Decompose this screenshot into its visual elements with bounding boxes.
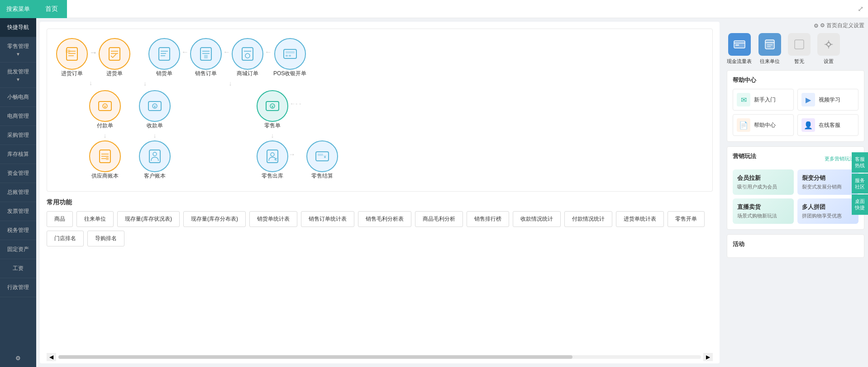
scroll-left-btn[interactable]: ◀ [47, 353, 56, 361]
func-btn-shangpin[interactable]: 商品 [47, 211, 73, 227]
sidebar-item-fapiao[interactable]: 发票管理 [0, 202, 36, 221]
marketing-item-huiyuan[interactable]: 会员拉新 吸引用户成为会员 [733, 169, 794, 195]
dashed-from-pos: ←- - [290, 90, 301, 107]
svg-rect-22 [289, 55, 291, 57]
sidebar-item-kucun[interactable]: 库存核算 [0, 145, 36, 164]
float-btn-kefu[interactable]: 客服热线 [852, 152, 868, 173]
kefu-icon: 👤 [801, 118, 815, 132]
search-menu-button[interactable]: 搜索菜单 [0, 0, 36, 18]
sidebar-settings-icon[interactable]: ⚙ [0, 349, 36, 367]
dashed-arrow-1: ← [181, 38, 189, 56]
func-btn-wanglaidan[interactable]: 往来单位 [76, 211, 114, 227]
func-btn-jinhuo-tongji[interactable]: 进货单统计表 [616, 211, 664, 227]
func-grid: 商品 往来单位 现存量(库存状况表) 现存量(库存分布表) 销货单统计表 销售订… [47, 211, 713, 246]
sidebar-item-pifa[interactable]: 批发管理 ▼ [0, 63, 36, 88]
expand-icon[interactable]: ⤢ [858, 5, 863, 13]
func-btn-mendian-paiming[interactable]: 门店排名 [47, 231, 84, 246]
node-shoukuan: ¥ 收款单 [139, 90, 171, 130]
help-icon: 📄 [737, 118, 750, 132]
sidebar-item-label: 快捷导航 [7, 24, 29, 31]
top-right: ⤢ [858, 5, 868, 13]
nav-icon-zanwu[interactable]: 暂无 [788, 33, 811, 65]
node-fukuan: ¥ 付款单 [89, 90, 121, 130]
svg-point-40 [271, 153, 274, 156]
sidebar-item-gongzi[interactable]: 工资 [0, 259, 36, 278]
scroll-right-btn[interactable]: ▶ [703, 353, 713, 361]
sidebar-item-label: 采购管理 [7, 131, 29, 139]
svg-rect-43 [318, 154, 323, 156]
top-bar: 搜索菜单 首页 ⤢ [0, 0, 868, 18]
marketing-header: 营销玩法 更多营销玩法 > [733, 152, 858, 165]
down-arrow-shoukuan: ↓ [139, 132, 171, 139]
sidebar-item-shuiwu[interactable]: 税务管理 [0, 221, 36, 240]
home-tab[interactable]: 首页 [36, 0, 67, 18]
func-btn-fukuan-tongji[interactable]: 付款情况统计 [564, 211, 612, 227]
sidebar-item-label: 库存核算 [7, 150, 29, 158]
func-btn-kucun2[interactable]: 现存量(库存分布表) [183, 211, 246, 227]
scroll-track[interactable] [58, 355, 701, 359]
xianjinliu-icon [728, 33, 751, 56]
node-jinhuo-dan: 进货单 [99, 38, 130, 77]
nav-icon-xianjinliu[interactable]: 现金流量表 [727, 33, 752, 65]
sidebar-item-zijin[interactable]: 资金管理 [0, 164, 36, 183]
help-item-xinshouru[interactable]: ✉ 新手入门 [733, 89, 794, 111]
dashed-arrow-2: ← [223, 38, 230, 56]
func-btn-kucun1[interactable]: 现存量(库存状况表) [117, 211, 180, 227]
sidebar-item-label: 工资 [13, 265, 24, 272]
node-xiaoshou-dingdan: 销售订单 [190, 38, 222, 77]
down-arrow-fukuan: ↓ [89, 132, 121, 139]
func-btn-xiaoshou-tongji[interactable]: 销售订单统计表 [301, 211, 354, 227]
node-lingshou-chuku: 零售出库 [257, 140, 288, 180]
func-btn-lingshou-kaidan[interactable]: 零售开单 [668, 211, 705, 227]
svg-rect-45 [734, 41, 745, 48]
sidebar-item-label: 资金管理 [7, 169, 29, 177]
nav-icon-settings[interactable]: 设置 [817, 33, 840, 65]
help-item-kefu[interactable]: 👤 在线客服 [797, 114, 858, 136]
zanwu-icon [788, 33, 811, 56]
svg-text:¥: ¥ [153, 104, 156, 109]
marketing-item-liebian[interactable]: 裂变分销 裂变式发展分销商 [797, 169, 858, 195]
svg-rect-48 [765, 40, 774, 49]
quick-nav-icons: 现金流量表 往来单位 暂无 [727, 33, 864, 65]
customize-button[interactable]: ⚙ ⚙ 首页自定义设置 [814, 22, 864, 29]
settings-icon-box [817, 33, 840, 56]
func-btn-xiaoshou-paihang[interactable]: 销售排行榜 [467, 211, 509, 227]
sidebar-item-dianshang[interactable]: 电商管理 [0, 107, 36, 126]
node-shangcheng-dingdan: 商城订单 [232, 38, 263, 77]
node-xiao-huo-dan: 销货单 [148, 38, 180, 77]
sidebar-item-lingshou[interactable]: 零售管理 ▼ [0, 37, 36, 63]
help-item-shipin[interactable]: ▶ 视频学习 [797, 89, 858, 111]
sidebar-item-gudingzichan[interactable]: 固定资产 [0, 240, 36, 259]
func-btn-shangpin-maoli[interactable]: 商品毛利分析 [415, 211, 463, 227]
sidebar-item-kuaijie[interactable]: 快捷导航 [0, 18, 36, 37]
float-buttons: 客服热线 服务社区 桌面快捷 [852, 152, 868, 215]
float-btn-zhuomian[interactable]: 桌面快捷 [852, 194, 868, 215]
node-jinhuo-dingdan: 进货订单 [56, 38, 88, 77]
sidebar-item-label: 总账管理 [7, 188, 29, 196]
func-btn-xiaoshou-maoli[interactable]: 销售毛利分析表 [358, 211, 411, 227]
func-btn-xiaohuo-tongji[interactable]: 销货单统计表 [249, 211, 297, 227]
common-functions-title: 常用功能 [47, 198, 713, 207]
flow-diagram: 进货订单 → 进货单 [47, 29, 713, 192]
sidebar-item-caigou[interactable]: 采购管理 [0, 126, 36, 145]
sidebar-item-zhangzong[interactable]: 总账管理 [0, 183, 36, 202]
func-btn-daogou-paiming[interactable]: 导购排名 [87, 231, 124, 246]
svg-rect-20 [286, 51, 295, 53]
marketing-item-pintuan[interactable]: 多人拼团 拼团购物享受优惠 [797, 198, 858, 224]
help-item-bangzhu[interactable]: 📄 帮助中心 [733, 114, 794, 136]
activity-card: 活动 [727, 234, 864, 258]
sidebar-item-xiaochang[interactable]: 小畅电商 [0, 88, 36, 107]
float-btn-shequ[interactable]: 服务社区 [852, 174, 868, 194]
svg-point-38 [153, 152, 157, 156]
node-lingshougdan: ¥ 零售单 [257, 90, 288, 130]
content-area: 进货订单 → 进货单 [36, 18, 868, 367]
svg-rect-15 [204, 55, 208, 58]
svg-rect-19 [284, 49, 296, 58]
sidebar-item-xingzheng[interactable]: 行政管理 [0, 278, 36, 297]
marketing-card: 营销玩法 更多营销玩法 > 会员拉新 吸引用户成为会员 裂变分销 裂变式发展分销… [727, 146, 864, 230]
svg-rect-5 [109, 48, 120, 60]
nav-icon-wanglaidan[interactable]: 往来单位 [758, 33, 781, 65]
svg-text:¥: ¥ [323, 155, 326, 159]
func-btn-shoukuan-tongji[interactable]: 收款情况统计 [513, 211, 561, 227]
marketing-item-zhibo[interactable]: 直播卖货 场景式购物新玩法 [733, 198, 794, 224]
